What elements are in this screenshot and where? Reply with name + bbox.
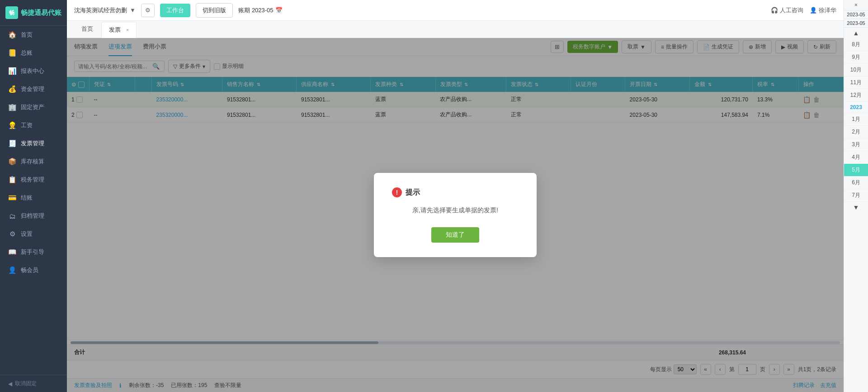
customer-service-label: 人工咨询 [780,6,803,14]
topbar: 沈海英测试经营勿删 ▼ ⚙ 工作台 切到旧版 账期 2023-05 📅 🎧 人工… [67,0,844,21]
period-panel: × 2023-05 2023-05 ▲ 8月 9月 10月 11月 12月 20… [844,0,868,392]
sidebar-item-assets[interactable]: 🏢 固定资产 [0,98,67,116]
period-up-button[interactable]: ▲ [844,28,868,38]
sidebar-item-member[interactable]: 👤 畅会员 [0,261,67,279]
period-collapse-button[interactable]: × [844,0,868,10]
period-month-9[interactable]: 9月 [844,51,868,64]
alert-modal: ! 提示 亲,请先选择要生成单据的发票! 知道了 [374,173,537,257]
period-month-11[interactable]: 11月 [844,76,868,89]
workspace-button[interactable]: 工作台 [160,4,190,17]
sidebar-item-label: 归档管理 [21,212,44,220]
sidebar-item-label: 报表中心 [21,67,44,75]
topbar-right: 🎧 人工咨询 👤 徐泽华 [771,6,836,14]
sidebar-item-label: 结账 [21,194,33,202]
headset-icon: 🎧 [771,7,778,14]
sidebar-item-settings[interactable]: ⚙ 设置 [0,225,67,243]
salary-icon: 👷 [8,121,16,129]
company-settings-button[interactable]: ⚙ [141,4,155,17]
tab-invoice[interactable]: 发票 × [101,22,137,38]
sidebar-item-label: 设置 [21,230,33,238]
sidebar-item-ledger[interactable]: 📒 总账 [0,44,67,62]
sidebar-item-capital[interactable]: 💰 资金管理 [0,80,67,98]
customer-service-button[interactable]: 🎧 人工咨询 [771,6,803,14]
sidebar-item-guide[interactable]: 📖 新手引导 [0,243,67,261]
sidebar-item-label: 首页 [21,31,33,39]
invoice-icon: 🧾 [8,139,16,148]
tabbar: 首页 发票 × [67,21,844,38]
sidebar-item-settlement[interactable]: 💳 结账 [0,189,67,207]
sidebar-item-invoice[interactable]: 🧾 发票管理 [0,134,67,153]
modal-ok-button[interactable]: 知道了 [431,227,479,243]
modal-message: 亲,请先选择要生成单据的发票! [412,206,498,215]
sidebar-item-label: 固定资产 [21,103,44,111]
sidebar-item-inventory[interactable]: 📦 库存核算 [0,153,67,171]
sidebar-item-reports[interactable]: 📊 报表中心 [0,62,67,80]
sidebar-item-tax[interactable]: 📋 税务管理 [0,171,67,189]
period-month-12[interactable]: 12月 [844,89,868,102]
collapse-icon: × [854,2,858,8]
modal-title-row: ! 提示 [392,187,420,197]
main-content: 沈海英测试经营勿删 ▼ ⚙ 工作台 切到旧版 账期 2023-05 📅 🎧 人工… [67,0,844,392]
sidebar-item-label: 工资 [21,121,33,129]
unpin-icon: ◀ [8,381,12,387]
period-year-label-2: 2023-05 [844,19,868,28]
period-year-2023[interactable]: 2023 [844,102,868,113]
tab-invoice-label: 发票 [109,26,121,33]
settlement-icon: 💳 [8,194,16,202]
sidebar-item-salary[interactable]: 👷 工资 [0,116,67,134]
sidebar-item-label: 新手引导 [21,248,44,256]
warning-icon: ! [392,187,402,197]
period-month-10[interactable]: 10月 [844,64,868,76]
period-month-7[interactable]: 7月 [844,189,868,202]
guide-icon: 📖 [8,248,16,256]
period-year-label-1: 2023-05 [844,10,868,19]
period-label: 账期 [238,6,250,14]
sidebar: 畅 畅捷通易代账 🏠 首页 📒 总账 📊 报表中心 💰 资金管理 🏢 固定资产 … [0,0,67,392]
sidebar-item-label: 资金管理 [21,85,44,93]
switch-version-button[interactable]: 切到旧版 [196,3,233,18]
inventory-icon: 📦 [8,158,16,166]
tab-home-label: 首页 [81,25,93,32]
period-down-button[interactable]: ▼ [844,202,868,213]
sidebar-item-home[interactable]: 🏠 首页 [0,26,67,44]
tax-icon: 📋 [8,176,16,184]
username-label: 徐泽华 [819,6,836,14]
app-logo: 畅 畅捷通易代账 [0,0,67,26]
capital-icon: 💰 [8,85,16,93]
company-selector[interactable]: 沈海英测试经营勿删 ▼ [74,6,136,14]
settings-small-icon: ⚙ [145,7,151,14]
period-month-1[interactable]: 1月 [844,113,868,126]
sidebar-item-label: 库存核算 [21,158,44,166]
unpin-label: 取消固定 [15,380,37,387]
company-dropdown-icon: ▼ [130,7,136,14]
company-name: 沈海英测试经营勿删 [74,6,127,14]
user-avatar-icon: 👤 [810,7,817,14]
sidebar-item-label: 畅会员 [21,266,38,274]
period-month-3[interactable]: 3月 [844,139,868,151]
user-profile-button[interactable]: 👤 徐泽华 [810,6,836,14]
page-content: 销项发票 进项发票 费用小票 ⊞ 税务数字账户 ▼ [67,38,844,392]
period-value: 2023-05 [252,7,274,14]
period-month-5[interactable]: 5月 [844,164,868,177]
ledger-icon: 📒 [8,49,16,57]
period-month-4[interactable]: 4月 [844,151,868,164]
sidebar-item-archive[interactable]: 🗂 归档管理 [0,207,67,225]
period-display: 账期 2023-05 📅 [238,6,283,14]
tab-home[interactable]: 首页 [74,21,100,38]
sidebar-item-label: 税务管理 [21,176,44,184]
member-icon: 👤 [8,266,16,274]
tab-close-icon[interactable]: × [126,27,129,33]
home-icon: 🏠 [8,31,16,39]
archive-icon: 🗂 [8,212,16,220]
unpin-button[interactable]: ◀ 取消固定 [0,375,67,392]
period-month-6[interactable]: 6月 [844,177,868,189]
period-month-2[interactable]: 2月 [844,126,868,139]
logo-text: 畅捷通易代账 [21,9,61,17]
assets-icon: 🏢 [8,103,16,111]
modal-title: 提示 [406,188,420,197]
sidebar-item-label: 总账 [21,49,33,57]
modal-overlay: ! 提示 亲,请先选择要生成单据的发票! 知道了 [67,38,844,392]
period-month-8[interactable]: 8月 [844,38,868,51]
calendar-icon: 📅 [275,7,283,14]
reports-icon: 📊 [8,67,16,75]
